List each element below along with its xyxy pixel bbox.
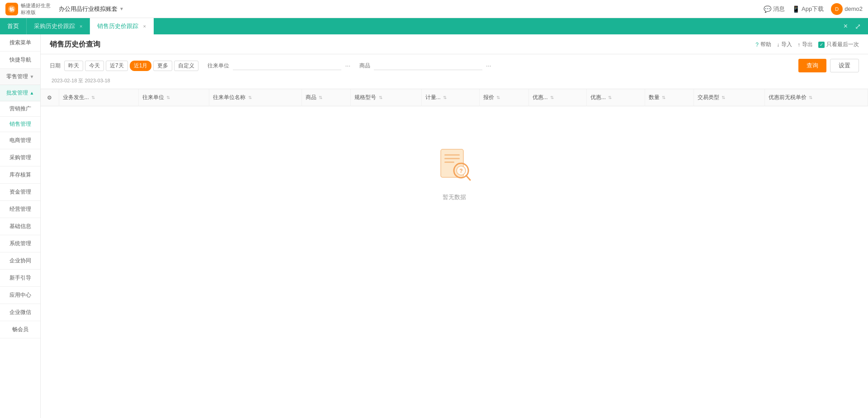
import-icon: ↓ <box>777 42 779 48</box>
export-button[interactable]: ↑ 导出 <box>797 41 813 48</box>
sidebar-item-sales-mgmt[interactable]: 销售管理 <box>0 117 40 132</box>
sort-trade-type-icon: ⇅ <box>722 95 725 100</box>
product-dots[interactable]: ··· <box>486 62 491 69</box>
th-product[interactable]: 商品 ⇅ <box>302 89 351 106</box>
partner-filter-group: 往来单位 ··· <box>208 62 350 70</box>
date-label: 日期 <box>50 62 61 70</box>
date-buttons: 昨天 今天 近7天 近1月 更多 自定义 <box>64 61 198 71</box>
beginner-guide-label: 新手引导 <box>9 274 31 282</box>
th-partner-code[interactable]: 往来单位 ⇅ <box>138 89 209 106</box>
th-discount1[interactable]: 优惠... ⇅ <box>528 89 587 106</box>
user-profile[interactable]: D demo2 <box>831 3 863 15</box>
retail-mgmt-label: 零售管理 <box>6 73 28 81</box>
sidebar-item-member-club[interactable]: 畅会员 <box>0 321 40 338</box>
svg-rect-5 <box>444 162 454 163</box>
import-button[interactable]: ↓ 导入 <box>777 41 792 48</box>
inventory-check-label: 库存核算 <box>9 171 31 179</box>
date-filter-group: 日期 昨天 今天 近7天 近1月 更多 自定义 <box>50 61 198 71</box>
sidebar-item-operations-mgmt[interactable]: 经营管理 <box>0 201 40 218</box>
app-selector[interactable]: 办公用品行业模拟账套 ▼ <box>55 3 127 15</box>
sidebar-item-marketing-promo[interactable]: 营销推广 <box>0 101 40 117</box>
retail-mgmt-arrow: ▼ <box>30 74 34 79</box>
th-unit[interactable]: 计量... ⇅ <box>421 89 480 106</box>
sidebar-item-basic-info[interactable]: 基础信息 <box>0 218 40 235</box>
sidebar-item-app-center[interactable]: 应用中心 <box>0 287 40 304</box>
th-spec[interactable]: 规格型号 ⇅ <box>351 89 421 106</box>
tab-sales-history-close[interactable]: × <box>143 24 146 29</box>
sort-discount2-icon: ⇅ <box>608 95 612 100</box>
sidebar-item-finance-mgmt[interactable]: 资金管理 <box>0 184 40 201</box>
sort-discount1-icon: ⇅ <box>550 95 554 100</box>
date-range-label: 2023-02-18 至 2023-03-18 <box>52 78 110 83</box>
settings-icon: ⚙ <box>47 95 52 101</box>
date-btn-7days[interactable]: 近7天 <box>106 61 128 71</box>
sidebar-item-beginner-guide[interactable]: 新手引导 <box>0 270 40 287</box>
sidebar-item-system-mgmt[interactable]: 系统管理 <box>0 235 40 252</box>
wholesale-mgmt-arrow: ▲ <box>30 90 34 95</box>
svg-text:?: ? <box>459 168 462 174</box>
svg-rect-4 <box>444 158 460 159</box>
help-icon: ? <box>755 42 759 48</box>
date-btn-custom[interactable]: 自定义 <box>174 61 198 71</box>
sidebar-item-search-menu[interactable]: 搜索菜单 <box>0 34 40 52</box>
sort-biz-date-icon: ⇅ <box>91 95 95 100</box>
th-partner-name[interactable]: 往来单位名称 ⇅ <box>209 89 302 106</box>
checkbox-checked-icon: ✓ <box>818 42 825 48</box>
settings-button[interactable]: 设置 <box>830 59 859 72</box>
product-filter-group: 商品 ··· <box>359 62 491 70</box>
sidebar-item-inventory-check[interactable]: 库存核算 <box>0 166 40 184</box>
partner-dots[interactable]: ··· <box>345 62 350 69</box>
date-btn-1month[interactable]: 近1月 <box>130 61 152 71</box>
date-range-row: 2023-02-18 至 2023-03-18 <box>41 77 868 89</box>
help-button[interactable]: ? 帮助 <box>755 41 771 48</box>
date-btn-yesterday[interactable]: 昨天 <box>64 61 83 71</box>
tab-home[interactable]: 首页 <box>0 18 27 34</box>
date-btn-today[interactable]: 今天 <box>85 61 104 71</box>
sidebar-item-purchase-mgmt[interactable]: 采购管理 <box>0 149 40 166</box>
th-quantity[interactable]: 数量 ⇅ <box>645 89 694 106</box>
sidebar-item-wholesale-mgmt[interactable]: 批发管理 ▲ <box>0 85 40 101</box>
only-last-checkbox[interactable]: ✓ 只看最后一次 <box>818 41 859 48</box>
sidebar-item-enterprise-wechat[interactable]: 企业微信 <box>0 304 40 321</box>
tab-purchase-history-close[interactable]: × <box>80 24 82 29</box>
query-button[interactable]: 查询 <box>798 59 826 72</box>
tab-maximize-button[interactable]: ⤢ <box>853 20 863 33</box>
sidebar-item-retail-mgmt[interactable]: 零售管理 ▼ <box>0 69 40 85</box>
tab-sales-history[interactable]: 销售历史价跟踪 × <box>90 18 153 34</box>
sidebar-item-quick-nav[interactable]: 快捷导航 <box>0 52 40 69</box>
th-quote-price[interactable]: 报价 ⇅ <box>480 89 529 106</box>
partner-input[interactable] <box>233 62 341 70</box>
th-pretax-price[interactable]: 优惠前无税单价 ⇅ <box>764 89 868 106</box>
th-biz-date[interactable]: 业务发生... ⇅ <box>59 89 138 106</box>
sort-quote-price-icon: ⇅ <box>496 95 500 100</box>
svg-line-8 <box>466 176 470 180</box>
sort-partner-name-icon: ⇅ <box>248 95 252 100</box>
app-download-button[interactable]: 📱 App下载 <box>792 5 824 13</box>
top-bar-right: 💬 消息 📱 App下载 D demo2 <box>764 3 863 15</box>
tab-purchase-history[interactable]: 采购历史价跟踪 × <box>27 18 90 34</box>
th-trade-type[interactable]: 交易类型 ⇅ <box>694 89 764 106</box>
tab-purchase-history-label: 采购历史价跟踪 <box>34 22 75 30</box>
sort-unit-icon: ⇅ <box>443 95 447 100</box>
tab-close-all-button[interactable]: × <box>842 20 849 32</box>
ecommerce-mgmt-label: 电商管理 <box>9 137 31 144</box>
th-discount2[interactable]: 优惠... ⇅ <box>587 89 645 106</box>
tab-bar: 首页 采购历史价跟踪 × 销售历史价跟踪 × × ⤢ <box>0 18 868 34</box>
svg-rect-3 <box>444 154 460 156</box>
table-container[interactable]: ⚙ 业务发生... ⇅ 往来单位 ⇅ 往来单位名称 ⇅ <box>41 89 868 418</box>
finance-mgmt-label: 资金管理 <box>9 188 31 196</box>
sidebar-item-ecommerce-mgmt[interactable]: 电商管理 <box>0 132 40 149</box>
tab-sales-history-label: 销售历史价跟踪 <box>97 22 138 30</box>
main-layout: 搜索菜单 快捷导航 零售管理 ▼ 批发管理 ▲ 营销推广 销售管理 电商管理 采… <box>0 34 868 418</box>
th-settings[interactable]: ⚙ <box>41 89 59 106</box>
message-button[interactable]: 💬 消息 <box>764 5 785 13</box>
enterprise-collab-label: 企业协同 <box>9 257 31 265</box>
sidebar-item-enterprise-collab[interactable]: 企业协同 <box>0 252 40 270</box>
data-table: ⚙ 业务发生... ⇅ 往来单位 ⇅ 往来单位名称 ⇅ <box>41 89 868 106</box>
logo-text: 畅捷通好生意 标准版 <box>21 2 51 15</box>
sort-spec-icon: ⇅ <box>379 95 382 100</box>
wholesale-mgmt-label: 批发管理 <box>6 89 28 97</box>
product-input[interactable] <box>374 62 482 70</box>
page-title: 销售历史价查询 <box>50 40 100 49</box>
date-btn-more[interactable]: 更多 <box>153 61 172 71</box>
